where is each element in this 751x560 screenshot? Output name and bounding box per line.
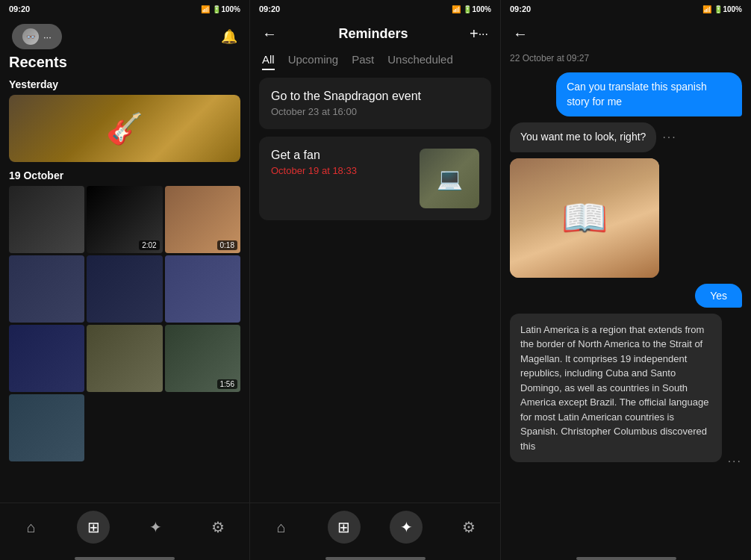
nav-home-reminders[interactable]: ⌂ [265, 511, 298, 544]
reminders-list: Go to the Snapdragon event October 23 at… [250, 78, 500, 503]
chat-content: 22 October at 09:27 Can you translate th… [501, 50, 751, 554]
add-reminder-icon[interactable]: + [470, 25, 479, 43]
photo-office2[interactable] [87, 255, 162, 323]
photos-panel: 09:20 📶 🔋100% 👓 ··· 🔔 Recents Yesterday … [0, 0, 250, 560]
more-options-icon[interactable]: ··· [479, 28, 488, 41]
status-icons-photos: 📶 🔋100% [201, 5, 240, 13]
duration-badge-2: 0:18 [217, 240, 237, 250]
nav-photos-reminders[interactable]: ⊞ [328, 511, 361, 544]
photo-partial[interactable] [9, 394, 84, 461]
chat-panel: 09:20 📶 🔋100% ← 22 October at 09:27 Can … [501, 0, 751, 560]
status-icons-chat: 📶 🔋100% [702, 5, 742, 13]
reminder-title-1: Go to the Snapdragon event [271, 90, 479, 103]
photos-header: 👓 ··· 🔔 [0, 18, 249, 54]
nav-settings-icon[interactable]: ⚙ [202, 511, 234, 544]
text-block-row: Latin America is a region that extends f… [510, 314, 742, 469]
nav-photos-icon[interactable]: ⊞ [77, 511, 110, 544]
photo-cage[interactable] [87, 325, 162, 392]
nav-home-icon[interactable]: ⌂ [15, 511, 48, 544]
photo-office1[interactable] [9, 255, 84, 323]
photo-office3[interactable] [165, 255, 240, 323]
photo-blue1[interactable] [9, 325, 84, 392]
nav-ai-icon[interactable]: ✦ [140, 511, 172, 544]
guitar-photo[interactable] [9, 95, 240, 162]
yesterday-label: Yesterday [9, 78, 240, 90]
nav-settings-reminders[interactable]: ⚙ [452, 511, 485, 544]
duration-badge-3: 1:56 [217, 379, 237, 389]
photos-bottom-nav: ⌂ ⊞ ✦ ⚙ [0, 503, 249, 554]
tab-past[interactable]: Past [352, 53, 374, 70]
notification-bell-icon[interactable]: 🔔 [221, 28, 237, 45]
photos-logo[interactable]: 👓 ··· [12, 24, 62, 49]
reminders-title: Reminders [277, 26, 470, 42]
photos-content: Recents Yesterday 19 October 2:02 0:18 [0, 54, 249, 503]
chat-row-sent-1: Can you translate this spanish story for… [510, 72, 742, 122]
reminder-info-1: Go to the Snapdragon event October 23 at… [271, 90, 479, 117]
back-icon-chat[interactable]: ← [513, 25, 528, 43]
book-image[interactable] [510, 158, 659, 278]
photo-street[interactable]: 1:56 [165, 325, 240, 392]
reminder-title-2: Get a fan [271, 149, 411, 162]
photo-dark[interactable]: 2:02 [87, 186, 162, 253]
reminder-info-2: Get a fan October 19 at 18:33 [271, 149, 411, 176]
reminder-item-2[interactable]: Get a fan October 19 at 18:33 💻 [259, 137, 491, 220]
status-time-photos: 09:20 [9, 4, 30, 13]
desk-image: 💻 [420, 149, 479, 208]
yes-bubble: Yes [695, 284, 742, 308]
more-dots-icon[interactable]: ··· [662, 131, 676, 144]
tab-unscheduled[interactable]: Unscheduled [387, 53, 453, 70]
reminders-header: ← Reminders + ··· [250, 18, 500, 50]
more-dots-text-icon[interactable]: ··· [728, 455, 742, 468]
duration-badge-1: 2:02 [139, 240, 159, 250]
reminder-thumb-2: 💻 [420, 149, 479, 208]
status-bar-chat: 09:20 📶 🔋100% [501, 0, 751, 18]
chat-row-yes: Yes [510, 284, 742, 314]
translation-text-block: Latin America is a region that extends f… [510, 314, 722, 463]
reminders-tabs: All Upcoming Past Unscheduled [250, 50, 500, 78]
photo-row-4 [9, 394, 240, 461]
scroll-indicator-reminders [325, 557, 426, 560]
reminder-date-1: October 23 at 16:00 [271, 106, 479, 117]
reminder-date-2: October 19 at 18:33 [271, 165, 411, 176]
chat-header: ← [501, 18, 751, 50]
status-bar-reminders: 09:20 📶 🔋100% [250, 0, 500, 18]
status-bar-photos: 09:20 📶 🔋100% [0, 0, 249, 18]
photo-row-3: 1:56 [9, 325, 240, 392]
chat-image-container [510, 158, 742, 278]
received-row-1: You want me to look, right? ··· [510, 122, 742, 152]
reminders-bottom-nav: ⌂ ⊞ ✦ ⚙ [250, 503, 500, 554]
photo-drone[interactable] [9, 186, 84, 253]
chat-timestamp: 22 October at 09:27 [510, 53, 742, 63]
scroll-indicator-photos [75, 557, 175, 560]
nav-ai-reminders[interactable]: ✦ [390, 511, 423, 544]
scroll-indicator-chat [576, 557, 676, 560]
photo-row-1: 2:02 0:18 [9, 186, 240, 253]
status-time-reminders: 09:20 [259, 4, 280, 13]
guitar-image [9, 95, 240, 162]
status-icons-reminders: 📶 🔋100% [452, 5, 491, 13]
received-bubble-1: You want me to look, right? [510, 122, 656, 152]
reminders-panel: 09:20 📶 🔋100% ← Reminders + ··· All Upco… [250, 0, 501, 560]
october19-label: 19 October [9, 169, 240, 181]
reminder-item-1[interactable]: Go to the Snapdragon event October 23 at… [259, 78, 491, 129]
recents-title: Recents [9, 54, 240, 71]
photo-row-2 [9, 255, 240, 323]
sent-bubble-1: Can you translate this spanish story for… [556, 72, 742, 116]
logo-circle: 👓 [22, 28, 39, 45]
tab-upcoming[interactable]: Upcoming [288, 53, 339, 70]
back-icon-reminders[interactable]: ← [262, 25, 277, 43]
status-time-chat: 09:20 [510, 4, 531, 13]
tab-all[interactable]: All [262, 53, 275, 70]
photo-person[interactable]: 0:18 [165, 186, 240, 253]
